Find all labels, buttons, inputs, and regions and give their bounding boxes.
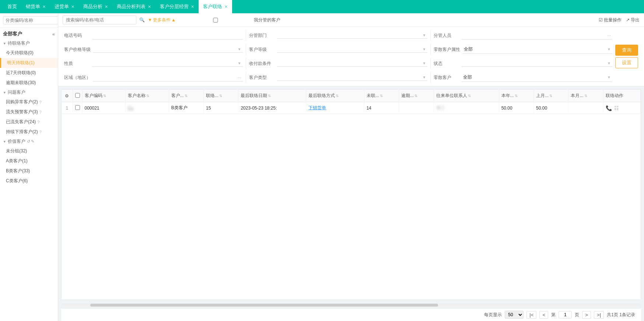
export-btn[interactable]: ↗ 导出 bbox=[626, 17, 640, 23]
phone-action-icon[interactable]: 📞 bbox=[606, 105, 612, 111]
nav-home[interactable]: 首页 bbox=[3, 0, 21, 13]
th-unit-contact: 往来单位联系人 ⇅ bbox=[434, 90, 499, 102]
sort-icon[interactable]: ⇅ bbox=[380, 94, 383, 98]
per-page-select[interactable]: 50 100 200 bbox=[505, 311, 524, 319]
refresh-icon[interactable]: ↺ bbox=[27, 139, 30, 144]
cell-overdue bbox=[399, 102, 434, 114]
nav-product-analysis-list[interactable]: 商品分析列表 ✕ bbox=[112, 0, 155, 13]
nav-customer-contact[interactable]: 客户联络 ✕ bbox=[199, 0, 232, 13]
sidebar-item-declining[interactable]: 持续下滑客户(2) ? bbox=[0, 127, 58, 137]
sort-icon[interactable]: ⇅ bbox=[336, 94, 339, 98]
close-icon[interactable]: ✕ bbox=[224, 4, 228, 9]
nav-sales[interactable]: 销货单 ✕ bbox=[21, 0, 50, 13]
sort-icon[interactable]: ⇅ bbox=[185, 94, 188, 98]
close-icon[interactable]: ✕ bbox=[42, 4, 46, 9]
sort-icon[interactable]: ⇅ bbox=[549, 94, 552, 98]
close-icon[interactable]: ✕ bbox=[191, 4, 194, 9]
sidebar-item-tomorrow[interactable]: 明天待联络(1) bbox=[0, 58, 58, 68]
sidebar-item-class-a[interactable]: A类客户(1) bbox=[0, 156, 58, 166]
collapse-icon[interactable]: « bbox=[52, 31, 55, 37]
advanced-filters: 电话号码 分管部门 ▼ 分管人员 bbox=[58, 27, 644, 86]
close-icon[interactable]: ✕ bbox=[105, 4, 108, 9]
cell-last-way[interactable]: 下销货单 bbox=[306, 102, 364, 114]
group-problem-customers[interactable]: 问题客户 bbox=[0, 88, 58, 97]
sidebar-item-overdue[interactable]: 逾期未联络(30) bbox=[0, 78, 58, 88]
customer-grade-select[interactable]: ▼ bbox=[277, 46, 428, 53]
nav-purchase[interactable]: 进货单 ✕ bbox=[50, 0, 79, 13]
row-checkbox[interactable] bbox=[75, 105, 80, 110]
th-contact: 联络... ⇅ bbox=[204, 90, 238, 102]
first-page-btn[interactable]: |< bbox=[526, 311, 536, 319]
chevron-down-icon: ▼ bbox=[607, 61, 611, 65]
horizontal-scrollbar[interactable] bbox=[61, 304, 641, 307]
sidebar-item-7days[interactable]: 近7天待联络(0) bbox=[0, 68, 58, 78]
pagination-bar: 每页显示 50 100 200 |< < 第 页 > >| 共1页 1条记录 bbox=[61, 308, 641, 321]
phone-input[interactable] bbox=[92, 32, 243, 39]
scrollbar-thumb[interactable] bbox=[90, 304, 438, 307]
manager-select[interactable]: ··· bbox=[462, 32, 612, 39]
batch-op-btn[interactable]: ☑ 批量操作 bbox=[599, 17, 622, 23]
sidebar-item-abnormal[interactable]: 回购异常客户(2) ? bbox=[0, 97, 58, 107]
price-level-select[interactable]: ▼ bbox=[93, 46, 243, 53]
more-conditions-btn[interactable]: ▼ 更多条件 ▲ bbox=[148, 17, 176, 23]
right-actions: ☑ 批量操作 ↗ 导出 bbox=[599, 17, 640, 23]
cell-name[interactable]: Ea bbox=[126, 102, 169, 114]
sort-icon[interactable]: ⇅ bbox=[146, 94, 149, 98]
sort-icon[interactable]: ⇅ bbox=[219, 94, 222, 98]
sort-icon[interactable]: ⇅ bbox=[468, 94, 471, 98]
prev-page-btn[interactable]: < bbox=[539, 311, 548, 319]
cell-contact-count: 15 bbox=[204, 102, 238, 114]
sort-icon[interactable]: ⇅ bbox=[103, 94, 106, 98]
th-this-year: 本年... ⇅ bbox=[499, 90, 533, 102]
group-value-customers[interactable]: 价值客户 ↺ ✎ bbox=[0, 137, 58, 146]
customer-type-select[interactable]: ▼ bbox=[277, 74, 428, 81]
search-input[interactable] bbox=[63, 15, 136, 24]
my-customers-checkbox[interactable] bbox=[179, 18, 252, 23]
setting-button[interactable]: 设置 bbox=[615, 57, 638, 68]
th-this-month: 本月... ⇅ bbox=[568, 90, 603, 102]
my-customers-checkbox-label[interactable]: 我分管的客户 bbox=[179, 17, 280, 23]
cell-checkbox[interactable] bbox=[73, 102, 82, 114]
nature-select[interactable]: ▼ bbox=[92, 60, 243, 67]
close-icon[interactable]: ✕ bbox=[71, 4, 74, 9]
sort-icon[interactable]: ⇅ bbox=[414, 94, 417, 98]
sort-icon[interactable]: ⇅ bbox=[515, 94, 518, 98]
sort-icon[interactable]: ⇅ bbox=[584, 94, 587, 98]
sidebar-item-ungrouped[interactable]: 未分组(32) bbox=[0, 146, 58, 156]
chevron-down-icon: ▼ bbox=[238, 47, 241, 51]
region-select[interactable]: ··· bbox=[93, 74, 243, 82]
cell-no: 1 bbox=[62, 102, 73, 114]
last-page-btn[interactable]: >| bbox=[594, 311, 604, 319]
dept-select[interactable]: ▼ bbox=[277, 32, 428, 39]
sidebar-item-churned[interactable]: 已流失客户(24) ? bbox=[0, 117, 58, 127]
edit-icon[interactable]: ✎ bbox=[31, 139, 34, 144]
sidebar-item-class-b[interactable]: B类客户(33) bbox=[0, 166, 58, 176]
action-icons: 📞 ☷ bbox=[606, 105, 638, 111]
select-all-checkbox[interactable] bbox=[75, 93, 80, 98]
scatter-customer-select[interactable]: 全部 ▼ bbox=[462, 73, 612, 82]
sidebar-item-class-c[interactable]: C类客户(6) bbox=[0, 176, 58, 186]
nav-customer-tier[interactable]: 客户分层经营 ✕ bbox=[155, 0, 199, 13]
cell-last-date: 2023-05-23 18:25: bbox=[238, 102, 306, 114]
page-number-input[interactable] bbox=[559, 311, 572, 318]
payment-select[interactable]: ▼ bbox=[277, 60, 428, 67]
search-icon[interactable]: 🔍 bbox=[139, 17, 145, 23]
chevron-down-icon: ▼ bbox=[607, 75, 611, 79]
th-settings[interactable]: ⚙ bbox=[62, 90, 73, 102]
group-pending-contact[interactable]: 待联络客户 bbox=[0, 39, 58, 48]
close-icon[interactable]: ✕ bbox=[148, 4, 151, 9]
nav-product-analysis[interactable]: 商品分析 ✕ bbox=[79, 0, 112, 13]
scatter-attr-select[interactable]: 全部 ▼ bbox=[462, 45, 612, 54]
next-page-btn[interactable]: > bbox=[582, 311, 591, 319]
status-select[interactable]: ▼ bbox=[462, 60, 612, 67]
sort-icon[interactable]: ⇅ bbox=[268, 94, 271, 98]
th-checkbox[interactable] bbox=[73, 90, 82, 102]
query-button[interactable]: 查询 bbox=[615, 45, 638, 56]
cell-last-month: 50.00 bbox=[534, 102, 568, 114]
grid-action-icon[interactable]: ☷ bbox=[614, 105, 619, 111]
checkbox-icon: ☑ bbox=[599, 17, 603, 23]
help-icon: ? bbox=[39, 130, 42, 134]
sidebar-search-input[interactable] bbox=[3, 16, 58, 24]
sidebar-item-today[interactable]: 今天待联络(0) bbox=[0, 48, 58, 58]
sidebar-item-churn-warn[interactable]: 流失预警客户(3) ? bbox=[0, 107, 58, 117]
